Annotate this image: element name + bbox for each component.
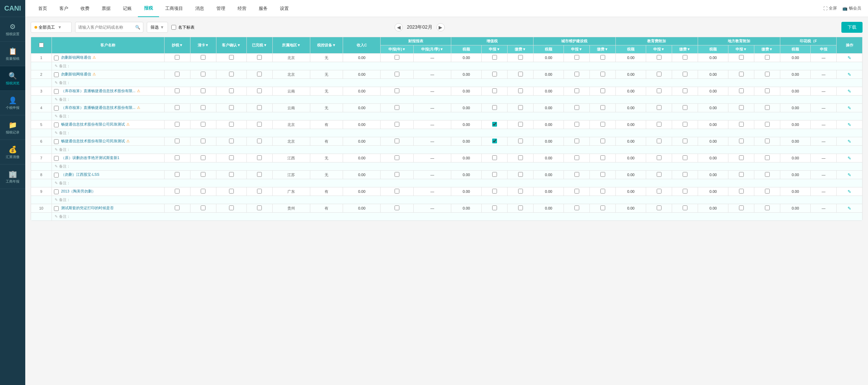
wanshui-checkbox[interactable] xyxy=(257,72,262,76)
note-pencil-icon[interactable]: ✎ xyxy=(55,181,58,185)
company-name[interactable]: 测试斯套的凭证打印的时候是否 xyxy=(52,204,164,213)
company-name[interactable]: 勿删新锐网络通信⚠ xyxy=(52,54,164,62)
th-income[interactable]: 收入C xyxy=(343,37,381,54)
nav-customer[interactable]: 客户 xyxy=(53,0,74,17)
caibao-year-checkbox[interactable] xyxy=(395,205,399,210)
qingka-checkbox[interactable] xyxy=(201,172,205,177)
difang-declare-cb[interactable] xyxy=(739,72,744,76)
th-difang-declare[interactable]: 申报▼ xyxy=(728,45,754,54)
jiao-declare-cb[interactable] xyxy=(657,122,661,127)
edit-icon[interactable]: ✎ xyxy=(848,172,851,177)
prev-month-button[interactable]: ◀ xyxy=(395,23,403,31)
wanshui-checkbox[interactable] xyxy=(257,172,262,177)
note-cell[interactable]: ✎备注： xyxy=(52,129,862,137)
chaoshui-checkbox[interactable] xyxy=(175,105,180,110)
jiao-pay-cb[interactable] xyxy=(683,88,687,93)
nav-message[interactable]: 消息 xyxy=(189,0,210,17)
edit-icon[interactable]: ✎ xyxy=(848,206,851,211)
qingka-checkbox[interactable] xyxy=(201,139,205,143)
confirm-checkbox[interactable] xyxy=(229,105,234,110)
cheng-pay-cb[interactable] xyxy=(600,155,605,160)
zeng-pay-cb[interactable] xyxy=(518,72,523,76)
jiao-declare-cb[interactable] xyxy=(657,205,661,210)
difang-declare-cb[interactable] xyxy=(739,205,744,210)
difang-declare-cb[interactable] xyxy=(739,88,744,93)
difang-pay-cb[interactable] xyxy=(765,88,770,93)
jiao-pay-cb[interactable] xyxy=(683,105,687,110)
qingka-checkbox[interactable] xyxy=(201,55,205,60)
cheng-pay-cb[interactable] xyxy=(600,105,605,110)
cheng-declare-cb[interactable] xyxy=(574,189,579,194)
wanshui-checkbox[interactable] xyxy=(257,88,262,93)
note-cell[interactable]: ✎备注： xyxy=(52,79,862,87)
nav-service[interactable]: 服务 xyxy=(253,0,274,17)
note-cell[interactable]: ✎备注： xyxy=(52,162,862,171)
zeng-declare-cb[interactable] xyxy=(492,189,497,194)
nav-fee[interactable]: 收费 xyxy=(74,0,96,17)
jiao-pay-cb[interactable] xyxy=(683,139,687,143)
edit-icon[interactable]: ✎ xyxy=(848,189,851,194)
row-select-checkbox[interactable] xyxy=(54,123,59,127)
note-cell[interactable]: ✎备注： xyxy=(52,213,862,221)
difang-pay-cb[interactable] xyxy=(765,155,770,160)
caibao-year-checkbox[interactable] xyxy=(395,105,399,110)
cheng-pay-cb[interactable] xyxy=(600,172,605,177)
cheng-declare-cb[interactable] xyxy=(574,122,579,127)
note-cell[interactable]: ✎备注： xyxy=(52,196,862,204)
note-cell[interactable]: ✎备注： xyxy=(52,179,862,187)
chaoshui-checkbox[interactable] xyxy=(175,139,180,143)
jiao-declare-cb[interactable] xyxy=(657,155,661,160)
nav-operation[interactable]: 经营 xyxy=(231,0,253,17)
zeng-pay-cb[interactable] xyxy=(518,122,523,127)
fullscreen-button[interactable]: ⛶ 全屏 xyxy=(823,5,837,11)
zeng-pay-cb[interactable] xyxy=(518,88,523,93)
wanshui-checkbox[interactable] xyxy=(257,139,262,143)
company-name[interactable]: （库存核算）直播畅捷通信息技术股份有限...⚠ xyxy=(52,104,164,112)
caibao-year-checkbox[interactable] xyxy=(395,88,399,93)
note-cell[interactable]: ✎备注： xyxy=(52,146,862,154)
caibao-year-checkbox[interactable] xyxy=(395,55,399,60)
cheng-declare-cb[interactable] xyxy=(574,139,579,143)
difang-pay-cb[interactable] xyxy=(765,55,770,60)
edit-icon[interactable]: ✎ xyxy=(848,139,851,144)
cheng-declare-cb[interactable] xyxy=(574,55,579,60)
jiao-pay-cb[interactable] xyxy=(683,72,687,76)
th-jiao-pay[interactable]: 缴费▼ xyxy=(672,45,698,54)
difang-declare-cb[interactable] xyxy=(739,172,744,177)
download-button[interactable]: 下载 xyxy=(841,22,863,33)
nav-settings[interactable]: 设置 xyxy=(274,0,295,17)
edit-icon[interactable]: ✎ xyxy=(848,55,851,60)
th-cheng-pay[interactable]: 缴费▼ xyxy=(590,45,616,54)
caibao-year-checkbox[interactable] xyxy=(395,122,399,127)
note-cell[interactable]: ✎备注： xyxy=(52,112,862,120)
confirm-checkbox[interactable] xyxy=(229,88,234,93)
nav-home[interactable]: 首页 xyxy=(32,0,53,17)
th-region[interactable]: 所属地区▼ xyxy=(272,37,310,54)
select-all-checkbox[interactable] xyxy=(39,43,44,47)
jiao-declare-cb[interactable] xyxy=(657,105,661,110)
difang-pay-cb[interactable] xyxy=(765,72,770,76)
zeng-pay-cb[interactable] xyxy=(518,205,523,210)
cheng-pay-cb[interactable] xyxy=(600,55,605,60)
zeng-declare-cb[interactable] xyxy=(492,72,497,76)
zeng-pay-cb[interactable] xyxy=(518,139,523,143)
note-cell[interactable]: ✎备注： xyxy=(52,96,862,104)
jiao-pay-cb[interactable] xyxy=(683,55,687,60)
th-device[interactable]: 税控设备▼ xyxy=(310,37,343,54)
note-pencil-icon[interactable]: ✎ xyxy=(55,164,58,168)
sidebar-item-gongshang[interactable]: 🏢 工商年报 xyxy=(0,165,25,189)
wanshui-checkbox[interactable] xyxy=(257,55,262,60)
qingka-checkbox[interactable] xyxy=(201,155,205,160)
difang-declare-cb[interactable] xyxy=(739,105,744,110)
chaoshui-checkbox[interactable] xyxy=(175,172,180,177)
cheng-pay-cb[interactable] xyxy=(600,205,605,210)
zeng-declare-cb[interactable] xyxy=(492,88,497,93)
difang-pay-cb[interactable] xyxy=(765,189,770,194)
chaoshui-checkbox[interactable] xyxy=(175,205,180,210)
company-name[interactable]: 2013（陶美劳勿删） xyxy=(52,187,164,196)
confirm-checkbox[interactable] xyxy=(229,189,234,194)
nav-tax[interactable]: 报税 xyxy=(138,0,159,17)
row-select-checkbox[interactable] xyxy=(54,106,59,111)
sidebar-item-piliang[interactable]: 📋 批量报税 xyxy=(0,42,25,66)
sidebar-item-baoshuishezhi[interactable]: ⚙ 报税设置 xyxy=(0,17,25,42)
